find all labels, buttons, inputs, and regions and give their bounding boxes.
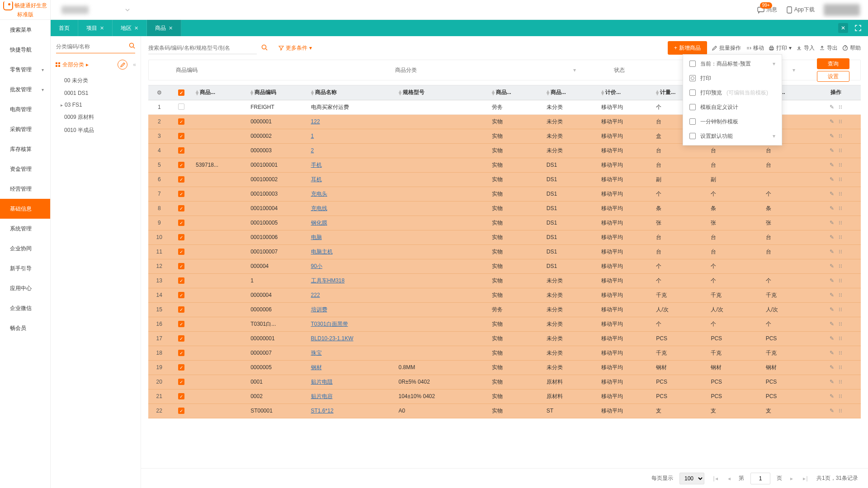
product-link[interactable]: 充电线 xyxy=(311,205,327,211)
more-icon[interactable]: ⁝⁝ xyxy=(839,205,842,211)
dd-print[interactable]: 打印 xyxy=(683,71,782,85)
category-item[interactable]: 00 未分类 xyxy=(51,74,141,87)
more-icon[interactable]: ⁝⁝ xyxy=(839,263,842,269)
edit-icon[interactable]: ✎ xyxy=(830,379,834,385)
product-link[interactable]: 充电头 xyxy=(311,191,327,197)
pager-prev[interactable]: ◂ xyxy=(726,475,732,482)
gear-icon[interactable]: ⚙ xyxy=(157,89,162,96)
product-link[interactable]: T0301白面黑带 xyxy=(311,321,348,327)
edit-icon[interactable]: ✎ xyxy=(830,306,834,313)
edit-icon[interactable]: ✎ xyxy=(830,321,834,327)
column-header[interactable]: 操作 xyxy=(811,85,861,100)
nav-item[interactable]: 搜索菜单 xyxy=(0,20,50,40)
category-item[interactable]: 0010 半成品 xyxy=(51,124,141,137)
help-button[interactable]: ?帮助 xyxy=(842,44,861,52)
tab[interactable]: 首页 xyxy=(51,20,78,36)
product-link[interactable]: BLD10-23-1.1KW xyxy=(311,335,354,342)
edit-icon[interactable]: ✎ xyxy=(830,364,834,371)
product-link[interactable]: 1 xyxy=(311,133,314,139)
nav-item[interactable]: 企业微信 xyxy=(0,298,50,318)
product-link[interactable]: 工具车HM318 xyxy=(311,277,345,284)
nav-item[interactable]: 应用中心 xyxy=(0,278,50,298)
edit-icon[interactable]: ✎ xyxy=(830,118,834,125)
product-link[interactable]: 电脑主机 xyxy=(311,249,333,255)
product-link[interactable]: 2 xyxy=(311,147,314,154)
edit-icon[interactable]: ✎ xyxy=(830,176,834,183)
collapse-panel-icon[interactable]: « xyxy=(133,61,136,68)
close-icon[interactable]: ✕ xyxy=(169,25,173,31)
checkbox[interactable]: ✓ xyxy=(178,408,184,414)
pager-next[interactable]: ▸ xyxy=(788,475,795,482)
edit-icon[interactable]: ✎ xyxy=(830,408,834,414)
column-header[interactable]: ⚙ xyxy=(148,85,170,100)
pager-last[interactable]: ▸∣ xyxy=(801,475,810,482)
close-icon[interactable]: ✕ xyxy=(134,25,138,31)
messages-button[interactable]: 消息 99+ xyxy=(757,6,777,14)
add-product-button[interactable]: + 新增商品 xyxy=(668,41,707,55)
filter-category[interactable]: 商品分类▾ xyxy=(368,66,587,74)
filter-code[interactable]: 商品编码 xyxy=(149,66,368,74)
checkbox[interactable]: ✓ xyxy=(178,191,184,197)
edit-icon[interactable]: ✎ xyxy=(830,234,834,240)
column-header[interactable]: ✓ xyxy=(170,85,192,100)
checkbox[interactable]: ✓ xyxy=(178,263,184,269)
tab[interactable]: 地区✕ xyxy=(113,20,147,36)
more-icon[interactable]: ⁝⁝ xyxy=(839,191,842,197)
more-icon[interactable]: ⁝⁝ xyxy=(839,335,842,342)
checkbox[interactable]: ✓ xyxy=(178,277,184,284)
tenant-switcher[interactable] xyxy=(51,0,168,19)
product-link[interactable]: 222 xyxy=(311,292,320,298)
edit-icon[interactable]: ✎ xyxy=(830,191,834,197)
settings-button[interactable]: 设置 xyxy=(817,71,849,82)
close-icon[interactable]: ✕ xyxy=(100,25,104,31)
checkbox[interactable]: ✓ xyxy=(178,379,184,385)
pager-per-select[interactable]: 100 xyxy=(679,473,704,484)
more-icon[interactable]: ⁝⁝ xyxy=(839,118,842,125)
nav-item[interactable]: 电商管理 xyxy=(0,99,50,119)
product-link[interactable]: ST1.6*12 xyxy=(311,408,334,414)
nav-item[interactable]: 畅会员 xyxy=(0,318,50,338)
edit-icon[interactable]: ✎ xyxy=(830,393,834,399)
edit-icon[interactable]: ✎ xyxy=(830,104,834,110)
more-icon[interactable]: ⁝⁝ xyxy=(839,234,842,240)
checkbox[interactable]: ✓ xyxy=(178,335,184,342)
edit-icon[interactable]: ✎ xyxy=(830,147,834,154)
dd-oneminute[interactable]: 一分钟制作模板 xyxy=(683,114,782,129)
checkbox[interactable]: ✓ xyxy=(178,147,184,154)
more-icon[interactable]: ⁝⁝ xyxy=(839,147,842,154)
edit-icon[interactable]: ✎ xyxy=(830,263,834,269)
checkbox[interactable]: ✓ xyxy=(178,220,184,226)
more-icon[interactable]: ⁝⁝ xyxy=(839,277,842,284)
move-button[interactable]: 移动 xyxy=(745,44,764,52)
more-icon[interactable]: ⁝⁝ xyxy=(839,364,842,371)
category-edit-button[interactable] xyxy=(118,60,127,70)
product-link[interactable]: 122 xyxy=(311,118,320,125)
pager-first[interactable]: ∣◂ xyxy=(711,475,720,482)
more-icon[interactable]: ⁝⁝ xyxy=(839,306,842,313)
checkbox[interactable]: ✓ xyxy=(178,321,184,327)
more-icon[interactable]: ⁝⁝ xyxy=(839,162,842,168)
edit-icon[interactable]: ✎ xyxy=(830,350,834,356)
checkbox[interactable]: ✓ xyxy=(178,118,184,125)
checkbox-all[interactable]: ✓ xyxy=(178,89,184,96)
nav-item[interactable]: 批发管理▾ xyxy=(0,80,50,99)
edit-icon[interactable]: ✎ xyxy=(830,133,834,139)
category-item[interactable]: 03 FS1 xyxy=(51,99,141,111)
product-link[interactable]: 贴片电容 xyxy=(311,393,333,399)
tab[interactable]: 商品✕ xyxy=(147,20,181,36)
nav-item[interactable]: 零售管理▾ xyxy=(0,60,50,80)
fullscreen-icon[interactable] xyxy=(854,24,862,32)
checkbox[interactable] xyxy=(178,103,184,110)
more-icon[interactable]: ⁝⁝ xyxy=(839,176,842,183)
category-item[interactable]: 0009 原材料 xyxy=(51,111,141,124)
edit-icon[interactable]: ✎ xyxy=(830,335,834,342)
product-link[interactable]: 耳机 xyxy=(311,176,322,183)
checkbox[interactable]: ✓ xyxy=(178,393,184,399)
column-header[interactable]: ▴▾商品... xyxy=(192,85,247,100)
product-link[interactable]: 珠宝 xyxy=(311,350,322,356)
dd-preview[interactable]: 打印预览(可编辑当前模板) xyxy=(683,85,782,100)
more-icon[interactable]: ⁝⁝ xyxy=(839,393,842,399)
nav-item[interactable]: 资金管理 xyxy=(0,159,50,179)
more-icon[interactable]: ⁝⁝ xyxy=(839,249,842,255)
close-all-tabs[interactable]: ✕ xyxy=(838,23,848,33)
